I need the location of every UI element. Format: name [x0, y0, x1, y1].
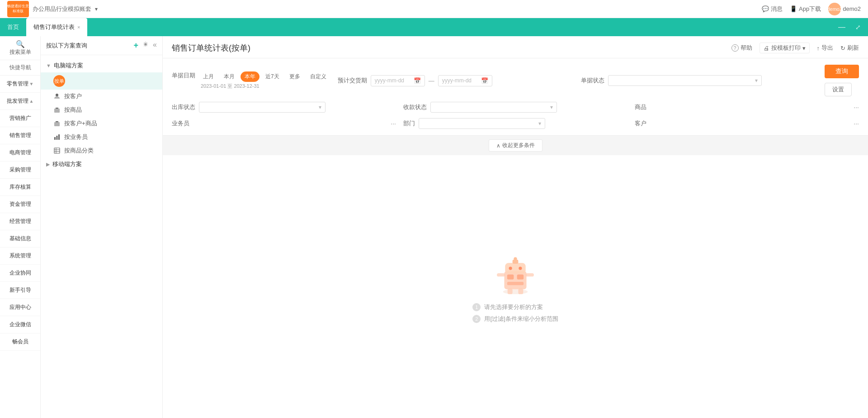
export-icon: ↑ [817, 45, 820, 52]
tab-collapse-icon[interactable]: — [838, 23, 845, 31]
sidebar-item-system[interactable]: 系统管理 [0, 247, 40, 265]
salesman-dots-button[interactable]: ··· [391, 120, 396, 127]
payment-status-label: 收款状态 [403, 103, 427, 111]
svg-rect-16 [505, 263, 525, 274]
scheme-item-by-goods[interactable]: 按商品 [41, 103, 162, 117]
shipment-status-select[interactable]: ▾ [199, 102, 326, 113]
settings-scheme-button[interactable] [142, 41, 149, 50]
avatar: demo2 [828, 3, 841, 15]
bill-date-label: 单据日期 [172, 71, 195, 80]
left-panel-title: 按以下方案查询 [46, 42, 87, 50]
collapse-more-conditions-button[interactable]: ∧ 收起更多条件 [489, 139, 542, 152]
date-btn-custom[interactable]: 自定义 [306, 71, 330, 82]
app-download-button[interactable]: 📱 App下载 [790, 5, 821, 13]
sidebar-item-sales[interactable]: 销售管理 [0, 127, 40, 144]
sidebar-item-basic-info[interactable]: 基础信息 [0, 230, 40, 247]
date-to-input[interactable]: yyyy-mm-dd 📅 [438, 75, 492, 86]
date-btn-this-year[interactable]: 本年 [241, 71, 259, 82]
sidebar-search[interactable]: 🔍 搜索菜单 [0, 36, 40, 60]
chevron-down-icon: ▾ [802, 45, 806, 52]
salesman-label: 业务员 [172, 119, 189, 128]
date-btn-last-month[interactable]: 上月 [199, 71, 218, 82]
bill-status-select[interactable]: ▾ [608, 75, 762, 86]
app-download-icon: 📱 [790, 5, 797, 12]
tab-close-icon[interactable]: × [77, 24, 80, 30]
tab-sales-order-stats[interactable]: 销售订单统计表 × [26, 18, 87, 36]
sidebar-item-ecommerce[interactable]: 电商管理 [0, 144, 40, 162]
date-btn-more[interactable]: 更多 [285, 71, 304, 82]
date-from-input[interactable]: yyyy-mm-dd 📅 [371, 75, 425, 86]
empty-tip-1: 1 请先选择要分析的方案 [472, 303, 558, 311]
page-title: 销售订单统计表(按单) [172, 43, 250, 53]
payment-status-select[interactable]: ▾ [430, 102, 557, 113]
template-print-button[interactable]: 🖨 按模板打印 ▾ [760, 43, 810, 53]
sidebar-item-app-center[interactable]: 应用中心 [0, 299, 40, 316]
sidebar-item-retail[interactable]: 零售管理 ▼ [0, 76, 40, 93]
scheme-item-by-customer[interactable]: 按客户 [41, 90, 162, 103]
left-panel: 按以下方案查询 + « ▼ 电脑端方案 [41, 36, 163, 418]
chevron-up-icon: ▲ [29, 99, 34, 104]
scheme-group-pc-header[interactable]: ▼ 电脑端方案 [41, 59, 162, 72]
sidebar: 🔍 搜索菜单 快捷导航 零售管理 ▼ 批发管理 ▲ 营销推广 销售管理 电商管理… [0, 36, 41, 418]
sidebar-item-operations[interactable]: 经营管理 [0, 213, 40, 230]
sidebar-item-newbie[interactable]: 新手引导 [0, 282, 40, 299]
scheme-item-by-order[interactable]: 按单 [41, 72, 162, 90]
left-panel-actions: + « [134, 41, 157, 50]
scheme-item-by-salesman[interactable]: 按业务员 [41, 130, 162, 144]
date-btn-last-7-days[interactable]: 近7天 [261, 71, 283, 82]
sidebar-item-finance[interactable]: 资金管理 [0, 196, 40, 213]
chevron-up-icon: ∧ [496, 142, 500, 149]
refresh-button[interactable]: ↻ 刷新 [840, 44, 859, 52]
scheme-item-by-goods-category[interactable]: 按商品分类 [41, 144, 162, 157]
topbar-left: 畅捷通好生意 标准版 办公用品行业模拟账套 ▾ [7, 1, 98, 17]
chevron-right-icon: ▶ [46, 162, 50, 167]
help-button[interactable]: ? 帮助 [731, 44, 752, 52]
department-select[interactable]: ▾ [419, 118, 545, 129]
sidebar-quicknav[interactable]: 快捷导航 [0, 60, 40, 76]
goods-label: 商品 [635, 103, 646, 111]
svg-rect-14 [517, 274, 524, 279]
settings-button[interactable]: 设置 [825, 83, 852, 96]
sidebar-item-wholesale[interactable]: 批发管理 ▲ [0, 93, 40, 110]
help-icon: ? [731, 44, 739, 52]
add-scheme-button[interactable]: + [134, 41, 139, 50]
customer-dots-button[interactable]: ··· [854, 120, 859, 127]
scheme-group-pc: ▼ 电脑端方案 按单 按客户 [41, 59, 162, 157]
date-quick-buttons: 上月 本月 本年 近7天 更多 自定义 [199, 71, 330, 82]
scheme-item-by-customer-goods[interactable]: 按客户+商品 [41, 117, 162, 130]
sidebar-item-marketing[interactable]: 营销推广 [0, 110, 40, 127]
query-button[interactable]: 查询 [825, 65, 859, 78]
logo-text: 畅捷通好生意 标准版 [7, 4, 29, 14]
user-profile[interactable]: demo2 demo2 [828, 3, 861, 15]
sidebar-item-purchase[interactable]: 采购管理 [0, 162, 40, 179]
sidebar-item-enterprise-wechat[interactable]: 企业微信 [0, 316, 40, 333]
scheme-tree: ▼ 电脑端方案 按单 按客户 [41, 55, 162, 418]
svg-rect-12 [504, 271, 526, 289]
tab-home[interactable]: 首页 [0, 18, 26, 36]
customer-label: 客户 [635, 119, 646, 128]
page-header-actions: ? 帮助 🖨 按模板打印 ▾ ↑ 导出 ↻ 刷新 [731, 43, 859, 53]
sidebar-item-enterprise[interactable]: 企业协同 [0, 265, 40, 282]
message-button[interactable]: 💬 消息 [762, 5, 783, 13]
svg-rect-15 [507, 282, 524, 285]
table-icon [53, 147, 61, 154]
chevron-down-icon: ▾ [755, 77, 758, 84]
tab-fullscreen-icon[interactable]: ⤢ [855, 24, 861, 31]
svg-point-1 [56, 94, 58, 96]
system-dropdown[interactable]: ▾ [95, 6, 98, 12]
action-buttons: 查询 设置 [825, 65, 859, 96]
chevron-down-icon: ▼ [29, 81, 34, 86]
svg-rect-13 [507, 274, 514, 279]
tip-2-text: 用[过滤]条件来缩小分析范围 [484, 315, 558, 323]
svg-point-11 [503, 289, 528, 294]
expected-delivery-label: 预计交货期 [338, 76, 367, 85]
goods-dots-button[interactable]: ··· [854, 104, 859, 111]
chart-icon [53, 133, 61, 141]
sidebar-item-member[interactable]: 畅会员 [0, 333, 40, 351]
export-button[interactable]: ↑ 导出 [817, 44, 834, 52]
svg-point-18 [519, 266, 522, 270]
date-btn-this-month[interactable]: 本月 [220, 71, 239, 82]
collapse-panel-button[interactable]: « [153, 41, 157, 50]
sidebar-item-inventory[interactable]: 库存核算 [0, 179, 40, 196]
scheme-group-mobile-header[interactable]: ▶ 移动端方案 [41, 157, 162, 171]
